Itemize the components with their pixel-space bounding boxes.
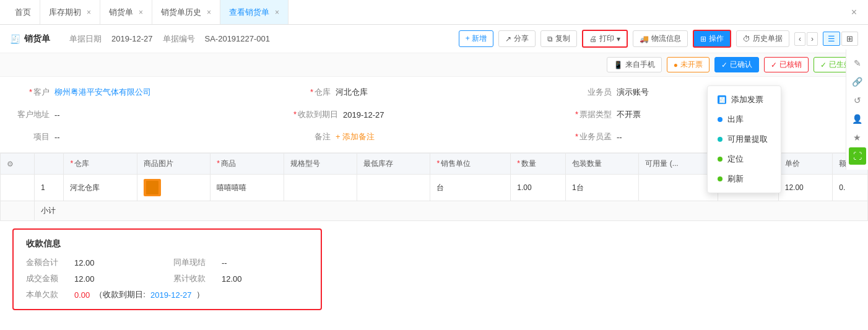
row-1-amount: 0. [833, 175, 868, 201]
rt-link-button[interactable]: 🔗 [849, 73, 866, 90]
due-note-prefix: （收款到期日: [95, 289, 145, 300]
row-1-warehouse: 河北仓库 [64, 175, 137, 201]
cumulative-receipt-value: 12.00 [222, 274, 242, 284]
cancelled-button[interactable]: ✓ 已核销 [764, 57, 809, 72]
from-mobile-button[interactable]: 📱 来自手机 [607, 57, 662, 72]
tab-home[interactable]: 首页 [6, 0, 40, 24]
due-date-value: 2019-12-27 [150, 290, 192, 300]
same-order-settlement-item: 同单现结 -- [173, 257, 308, 268]
locate-item[interactable]: 定位 [708, 149, 781, 169]
mobile-icon: 📱 [614, 61, 623, 69]
project-field: 项目 -- [12, 129, 293, 145]
close-sales-order-tab[interactable]: × [139, 8, 143, 17]
add-button[interactable]: + 新增 [459, 30, 493, 47]
payment-date-label: 收款到期日 [293, 109, 338, 120]
history-button[interactable]: ⏱ 历史单据 [736, 30, 789, 47]
refresh-item[interactable]: 刷新 [708, 169, 781, 189]
rt-rotate-button[interactable]: ↺ [849, 92, 866, 109]
date-value: 2019-12-27 [111, 34, 153, 43]
print-icon: 🖨 [589, 35, 597, 43]
tab-view-sales-order[interactable]: 查看销货单 × [220, 0, 289, 24]
outbound-item[interactable]: 出库 [708, 110, 781, 129]
sales-order-icon: 🧾 [10, 34, 20, 44]
available-qty-icon [718, 137, 723, 142]
rt-edit-button[interactable]: ✎ [849, 54, 866, 72]
outbound-icon [718, 117, 723, 122]
customer-label: 客户 [12, 87, 50, 98]
subtotal-row: 小计 [1, 201, 868, 221]
cumulative-receipt-label: 累计收款 [173, 273, 217, 284]
number-label: 单据编号 [163, 33, 195, 45]
check-icon: ✓ [721, 61, 727, 69]
effective-icon: ✓ [820, 61, 827, 69]
settings-icon[interactable]: ⚙ [7, 160, 14, 168]
customer-field: 客户 柳州粤港平安气体有限公司 [12, 84, 293, 100]
available-qty-item[interactable]: 可用量提取 [708, 129, 781, 149]
col-settings[interactable]: ⚙ [1, 154, 35, 175]
row-1-available [639, 175, 718, 201]
grid-icon: ⊞ [700, 35, 706, 43]
rt-user-button[interactable]: 👤 [849, 110, 866, 128]
view-toggle: ☰ ⊞ [823, 32, 858, 46]
subtotal-settings [1, 201, 35, 221]
warehouse-label: 仓库 [293, 87, 331, 98]
form-header: 🧾 销货单 单据日期 2019-12-27 单据编号 SA-20191227-0… [0, 25, 868, 53]
locate-label: 定位 [727, 154, 744, 165]
rt-expand-button[interactable]: ⛶ [849, 147, 866, 165]
row-1-product-image [137, 175, 210, 201]
row-1-unit-price: 12.00 [778, 175, 833, 201]
col-seq [34, 154, 64, 175]
same-order-settlement-label: 同单现结 [173, 257, 217, 268]
current-due-value: 0.00 [74, 290, 90, 300]
prev-button[interactable]: ‹ [794, 32, 805, 46]
product-thumbnail [144, 179, 161, 196]
operations-button[interactable]: ⊞ 操作 [693, 30, 731, 48]
rt-star-button[interactable]: ★ [849, 129, 866, 146]
note-label: 备注 [293, 131, 331, 142]
close-sales-order-history-tab[interactable]: × [207, 8, 211, 17]
tab-bar: 首页 库存期初 × 销货单 × 销货单历史 × 查看销货单 × × [0, 0, 868, 25]
due-note-suffix: ） [196, 289, 204, 300]
subtotal-label: 小计 [34, 201, 867, 221]
grid-view-button[interactable]: ⊞ [841, 32, 858, 46]
copy-button[interactable]: ⧉ 复制 [540, 30, 577, 47]
print-button[interactable]: 🖨 打印 ▾ [582, 30, 628, 48]
number-value: SA-20191227-001 [205, 34, 271, 43]
row-1-settings [1, 175, 35, 201]
customer-address-label: 客户地址 [12, 109, 50, 120]
col-warehouse: *仓库 [64, 154, 137, 175]
tab-bar-close-button[interactable]: × [846, 7, 862, 18]
logistics-icon: 🚚 [640, 35, 649, 43]
confirmed-button[interactable]: ✓ 已确认 [714, 57, 759, 72]
tab-sales-order[interactable]: 销货单 × [100, 0, 152, 24]
payment-date-value: 2019-12-27 [343, 110, 575, 119]
next-button[interactable]: › [807, 32, 818, 46]
current-due-label: 本单欠款 [26, 289, 69, 300]
col-unit-price: 单价 [778, 154, 833, 175]
customer-value[interactable]: 柳州粤港平安气体有限公司 [54, 87, 293, 98]
outbound-label: 出库 [727, 114, 744, 125]
logistics-button[interactable]: 🚚 物流信息 [633, 30, 688, 47]
row-1-package-qty: 1台 [565, 175, 638, 201]
row-1-quantity: 1.00 [511, 175, 566, 201]
form-meta: 单据日期 2019-12-27 单据编号 SA-20191227-001 [69, 33, 270, 45]
locate-icon [718, 157, 723, 162]
form-title: 🧾 销货单 [10, 33, 59, 45]
payment-grid: 金额合计 12.00 同单现结 -- 成交金额 12.00 累计收款 12.00… [26, 257, 308, 300]
product-thumb-inner [146, 181, 158, 194]
close-inventory-init-tab[interactable]: × [87, 8, 91, 17]
tab-sales-order-history[interactable]: 销货单历史 × [152, 0, 220, 24]
close-view-sales-order-tab[interactable]: × [275, 8, 279, 17]
add-note-button[interactable]: 添加备注 [336, 131, 375, 142]
row-1-sales-unit: 台 [430, 175, 511, 201]
staff-label: 业务员 [575, 87, 612, 98]
ticket-icon: ● [674, 61, 678, 69]
list-view-button[interactable]: ☰ [823, 32, 840, 46]
payment-info-box: 收款信息 金额合计 12.00 同单现结 -- 成交金额 12.00 累计收款 … [12, 228, 322, 310]
not-opened-button[interactable]: ● 未开票 [667, 57, 710, 72]
add-invoice-item[interactable]: 🧾 添加发票 [708, 90, 781, 110]
row-1-seq: 1 [34, 175, 64, 201]
row-1-spec [284, 175, 357, 201]
share-button[interactable]: ↗ 分享 [498, 30, 536, 47]
tab-inventory-init[interactable]: 库存期初 × [40, 0, 100, 24]
